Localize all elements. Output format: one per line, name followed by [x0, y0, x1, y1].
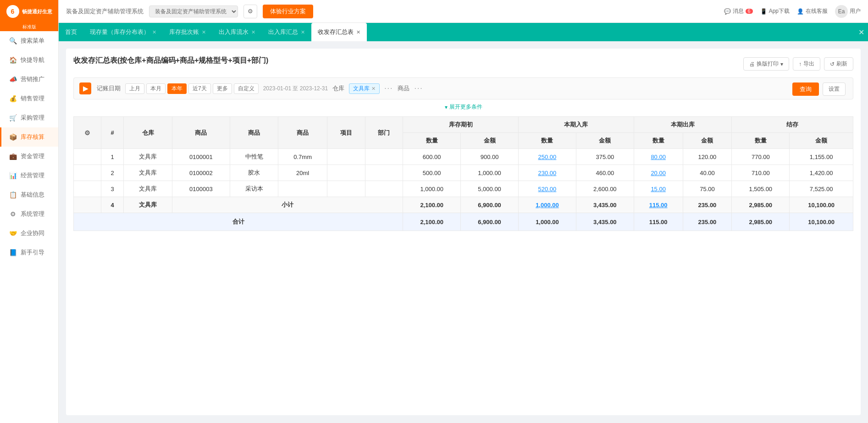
row-in-qty[interactable]: 250.00	[519, 149, 576, 165]
sidebar-item-search[interactable]: 🔍 搜索菜单	[0, 31, 58, 50]
row-open-qty: 1,000.00	[403, 181, 461, 197]
row-out-amt: 40.00	[683, 165, 732, 181]
sidebar-item-label: 快捷导航	[21, 56, 44, 64]
tab-inventory-dist[interactable]: 现存量（库存分布表） ✕	[83, 23, 163, 41]
row-no: 1	[101, 149, 124, 165]
tab-in-out-summary[interactable]: 出入库汇总 ✕	[262, 23, 311, 41]
date-prev-month-btn[interactable]: 上月	[125, 83, 144, 94]
money-icon: 💰	[9, 94, 17, 103]
app-download-label: App下载	[769, 7, 790, 15]
sidebar-item-quick-nav[interactable]: 🏠 快捷导航	[0, 50, 58, 70]
date-more-btn[interactable]: 更多	[213, 83, 232, 94]
system-select[interactable]: 装备及固定资产辅助管理系统	[149, 5, 238, 17]
row-in-amt: 2,600.00	[576, 181, 634, 197]
row-out-qty[interactable]: 15.00	[634, 181, 683, 197]
try-industry-button[interactable]: 体验行业方案	[263, 5, 313, 18]
main-content: 收发存汇总表(按仓库+商品编码+商品+规格型号+项目+部门) 🖨 换版打印 ▾ …	[59, 41, 868, 423]
expand-more-btn[interactable]: ▾ 展开更多条件	[445, 103, 482, 111]
query-button[interactable]: 查询	[792, 82, 819, 96]
message-label: 消息	[733, 7, 744, 15]
subtotal-in-qty[interactable]: 1,000.00	[519, 197, 576, 213]
close-all-tabs-btn[interactable]: ✕	[854, 23, 868, 41]
filter-toggle-btn[interactable]: ▶	[79, 82, 91, 94]
sidebar-item-operations[interactable]: 📊 经营管理	[0, 166, 58, 185]
refresh-icon: ↺	[830, 61, 835, 67]
th-in: 本期入库	[519, 117, 634, 133]
tab-inventory-dist-close[interactable]: ✕	[152, 29, 156, 35]
gear-icon: ⚙	[9, 210, 17, 218]
message-icon: 💬	[724, 8, 731, 15]
tab-recv-send-summary[interactable]: 收发存汇总表 ✕	[311, 23, 367, 41]
row-out-qty[interactable]: 20.00	[634, 165, 683, 181]
tab-recv-send-summary-close[interactable]: ✕	[356, 29, 360, 35]
tab-batch-ledger[interactable]: 库存批次账 ✕	[163, 23, 212, 41]
briefcase-icon: 💼	[9, 152, 17, 160]
sidebar-item-label: 销售管理	[21, 94, 44, 103]
sidebar-item-purchase[interactable]: 🛒 采购管理	[0, 108, 58, 127]
tab-in-out-summary-close[interactable]: ✕	[301, 29, 305, 35]
app-download-btn[interactable]: 📱 App下载	[760, 7, 790, 15]
row-in-qty[interactable]: 520.00	[519, 181, 576, 197]
warehouse-tag[interactable]: 文具库 ✕	[349, 83, 380, 94]
sidebar-item-label: 新手引导	[21, 248, 44, 257]
export-button[interactable]: ↑ 导出	[793, 57, 820, 71]
online-service-btn[interactable]: 👤 在线客服	[797, 7, 828, 15]
message-btn[interactable]: 💬 消息 6	[724, 7, 753, 15]
logo-text: 畅捷通好生意	[22, 8, 52, 15]
sidebar-item-label: 企业协同	[21, 229, 44, 237]
megaphone-icon: 📣	[9, 75, 17, 83]
tab-in-out-summary-label: 出入库汇总	[268, 28, 298, 36]
subtotal-in-amt: 3,435.00	[576, 197, 634, 213]
total-label: 合计	[74, 213, 403, 231]
date-this-month-btn[interactable]: 本月	[146, 83, 166, 94]
th-settings[interactable]: ⚙	[74, 117, 101, 149]
date-this-year-btn[interactable]: 本年	[167, 83, 187, 94]
goods-more-btn[interactable]: ···	[414, 84, 423, 93]
settings-icon-btn[interactable]: ⚙	[243, 5, 257, 18]
sidebar-item-marketing[interactable]: 📣 营销推广	[0, 70, 58, 89]
sidebar-edition: 标准版	[0, 23, 58, 31]
row-in-qty[interactable]: 230.00	[519, 165, 576, 181]
print-icon: 🖨	[749, 61, 755, 67]
date-7days-btn[interactable]: 近7天	[188, 83, 211, 94]
tab-in-out-flow[interactable]: 出入库流水 ✕	[212, 23, 262, 41]
subtotal-no: 4	[101, 197, 124, 213]
sidebar-item-sales[interactable]: 💰 销售管理	[0, 89, 58, 108]
sidebar-item-basic-info[interactable]: 📋 基础信息	[0, 185, 58, 204]
clipboard-icon: 📋	[9, 191, 17, 199]
row-project	[327, 165, 365, 181]
settings-button[interactable]: 设置	[823, 82, 846, 96]
sidebar-item-system[interactable]: ⚙ 系统管理	[0, 204, 58, 224]
data-table: ⚙ # 仓库 商品 商品 商品 项目 部门 库存期初 本期入库 本期出库 结存	[73, 116, 853, 231]
tab-home-label: 首页	[65, 28, 77, 36]
sidebar-item-inventory[interactable]: 📦 库存核算	[0, 127, 58, 147]
sidebar-item-enterprise[interactable]: 🤝 企业协同	[0, 224, 58, 243]
tab-home[interactable]: 首页	[59, 23, 83, 41]
user-area[interactable]: Ea 用户	[835, 5, 861, 18]
user-label: 用户	[850, 7, 861, 15]
warehouse-more-btn[interactable]: ···	[384, 84, 393, 93]
row-warehouse: 文具库	[124, 165, 172, 181]
th-open-qty: 数量	[403, 133, 461, 149]
subtotal-out-qty[interactable]: 115.00	[634, 197, 683, 213]
row-close-qty: 1,505.00	[732, 181, 790, 197]
tab-in-out-flow-close[interactable]: ✕	[251, 29, 255, 35]
row-close-qty: 710.00	[732, 165, 790, 181]
row-out-amt: 75.00	[683, 181, 732, 197]
date-custom-btn[interactable]: 自定义	[234, 83, 259, 94]
print-button[interactable]: 🖨 换版打印 ▾	[743, 57, 789, 71]
sidebar-item-guide[interactable]: 📘 新手引导	[0, 243, 58, 262]
row-name: 采访本	[230, 181, 278, 197]
handshake-icon: 🤝	[9, 229, 17, 237]
warehouse-tag-close[interactable]: ✕	[371, 86, 376, 92]
sidebar-item-label: 资金管理	[21, 152, 44, 160]
expand-icon: ▾	[445, 104, 448, 110]
table-settings-icon[interactable]: ⚙	[84, 129, 90, 137]
row-code: 0100002	[172, 165, 230, 181]
phone-icon: 📱	[760, 8, 767, 15]
refresh-button[interactable]: ↺ 刷新	[824, 57, 853, 71]
tab-batch-ledger-close[interactable]: ✕	[202, 29, 206, 35]
row-out-qty[interactable]: 80.00	[634, 149, 683, 165]
sidebar-item-finance[interactable]: 💼 资金管理	[0, 147, 58, 166]
th-closing: 结存	[732, 117, 853, 133]
